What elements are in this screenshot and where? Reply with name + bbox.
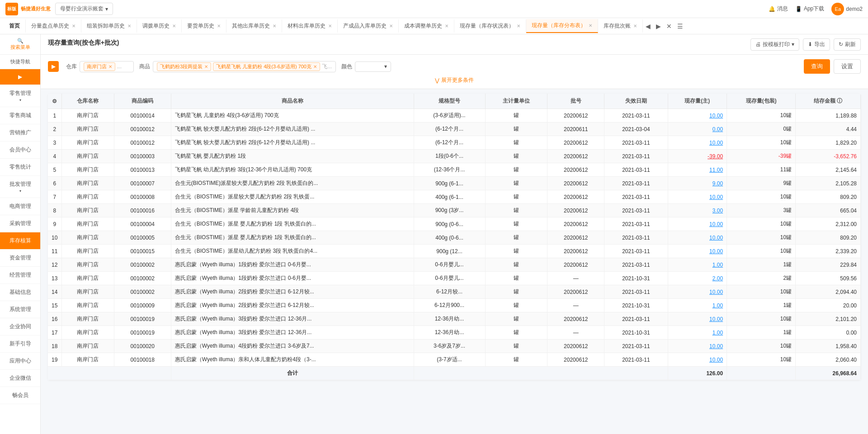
tab-close-3[interactable]: ✕ — [172, 24, 176, 28]
cell-qty-main[interactable]: 10.00 — [668, 340, 727, 353]
sidebar-item-marketing[interactable]: 营销推广 — [0, 124, 40, 142]
tab-close-8[interactable]: ✕ — [445, 24, 448, 28]
col-name: 商品名称 — [171, 94, 414, 109]
sidebar-item-operations[interactable]: 经营管理 — [0, 267, 40, 284]
cell-qty-pack: 9罐 — [727, 177, 796, 190]
cell-qty-main[interactable]: 9.00 — [668, 177, 727, 190]
tab-close-6[interactable]: ✕ — [328, 24, 332, 28]
cell-qty-main[interactable]: 10.00 — [668, 312, 727, 326]
sidebar-item-retail-stats[interactable]: 零售统计 — [0, 159, 40, 176]
product-tag-2-close[interactable]: ✕ — [313, 64, 317, 69]
print-btn[interactable]: 🖨 按模板打印 ▾ — [750, 38, 799, 51]
app-download-btn[interactable]: 📱 App下载 — [795, 5, 824, 13]
tab-menu[interactable]: ☰ — [675, 21, 686, 32]
tab-close-4[interactable]: ✕ — [217, 24, 221, 28]
user-profile[interactable]: Ea demo2 — [831, 3, 863, 15]
query-btn[interactable]: 查询 — [804, 59, 830, 74]
sidebar-item-basic-info[interactable]: 基础信息 — [0, 284, 40, 301]
tab-home[interactable]: 首页 — [4, 19, 26, 33]
cell-qty-pack: 1罐 — [727, 299, 796, 312]
cell-spec: 400g (0-6... — [414, 231, 485, 245]
tab-1[interactable]: 分量盘点单历史 ✕ — [26, 19, 81, 33]
cell-qty-pack: -39罐 — [727, 150, 796, 163]
tab-3[interactable]: 调拨单历史 ✕ — [137, 19, 182, 33]
filter-expand-left[interactable]: ▶ — [48, 61, 59, 72]
cell-qty-main[interactable]: 10.00 — [668, 245, 727, 258]
tab-5[interactable]: 其他出库单历史 ✕ — [226, 19, 282, 33]
color-dropdown[interactable]: ▾ — [355, 61, 391, 72]
tab-2[interactable]: 组装拆卸单历史 ✕ — [81, 19, 137, 33]
setting-btn[interactable]: 设置 — [834, 59, 861, 74]
cell-qty-main[interactable]: 1.00 — [668, 258, 727, 272]
col-settings[interactable]: ⚙ — [48, 94, 61, 109]
sidebar-item-collab[interactable]: 企业协同 — [0, 318, 40, 335]
cell-qty-main[interactable]: 10.00 — [668, 285, 727, 299]
cell-qty-main[interactable]: 10.00 — [668, 190, 727, 204]
tab-close-2[interactable]: ✕ — [127, 24, 131, 28]
expand-more-btn[interactable]: ⋁ 展开更多条件 — [435, 76, 474, 84]
cell-qty-pack: 10罐 — [727, 190, 796, 204]
cell-qty-main[interactable]: 11.00 — [668, 163, 727, 177]
cell-qty-main[interactable]: 0.00 — [668, 123, 727, 136]
tab-close-1[interactable]: ✕ — [72, 24, 75, 28]
warehouse-input[interactable]: 南岸门店 ✕ ... — [80, 61, 134, 72]
sidebar-item-app-center[interactable]: 应用中心 — [0, 353, 40, 370]
cell-qty-main[interactable]: 10.00 — [668, 353, 727, 367]
cell-qty-main[interactable]: -39.00 — [668, 150, 727, 163]
sidebar-item-system[interactable]: 系统管理 — [0, 301, 40, 318]
tab-nav-prev[interactable]: ◀ — [643, 21, 653, 32]
cell-qty-main[interactable]: 10.00 — [668, 109, 727, 123]
sidebar-item-wholesale[interactable]: 批发管理 ▾ — [0, 176, 40, 198]
cell-qty-main[interactable]: 10.00 — [668, 217, 727, 231]
sidebar-item-wechat[interactable]: 企业微信 — [0, 370, 40, 387]
tab-nav-next[interactable]: ▶ — [653, 21, 664, 32]
tab-10[interactable]: 现存量（库存分布表） ✕ — [526, 19, 598, 33]
sidebar-item-member[interactable]: 会员中心 — [0, 142, 40, 159]
sidebar-expand-btn[interactable]: ▶ — [0, 69, 40, 85]
tab-close-9[interactable]: ✕ — [517, 24, 520, 28]
sidebar-menu: ▶ 零售管理 ▾ 零售商城 营销推广 会员中心 零售统计 批发管理 ▾ — [0, 69, 40, 434]
warehouse-tag-close[interactable]: ✕ — [108, 64, 112, 69]
arrow-icon: ▾ — [19, 98, 21, 102]
cell-qty-main[interactable]: 1.00 — [668, 299, 727, 312]
settings-icon[interactable]: ⚙ — [52, 98, 57, 104]
tab-8[interactable]: 成本调整单历史 ✕ — [399, 19, 454, 33]
tab-9[interactable]: 现存量（库存状况表） ✕ — [454, 19, 526, 33]
tab-4[interactable]: 要货单历史 ✕ — [182, 19, 226, 33]
tab-6[interactable]: 材料出库单历史 ✕ — [282, 19, 338, 33]
sidebar-item-retail-mgmt[interactable]: 零售管理 ▾ — [0, 85, 40, 107]
sidebar-quick-nav[interactable]: 快捷导航 — [0, 55, 40, 69]
sidebar-item-member-app[interactable]: 畅会员 — [0, 387, 40, 404]
tab-close-11[interactable]: ✕ — [633, 24, 637, 28]
tab-close-all[interactable]: ✕ — [664, 21, 675, 32]
cell-code: 00100003 — [114, 150, 171, 163]
message-btn[interactable]: 🔔 消息 — [769, 5, 788, 13]
col-amount[interactable]: 结存金额 ⓘ — [796, 94, 861, 109]
sidebar-item-purchase[interactable]: 采购管理 — [0, 215, 40, 232]
cell-qty-main[interactable]: 1.00 — [668, 326, 727, 340]
cell-qty-main[interactable]: 2.00 — [668, 272, 727, 285]
product-input[interactable]: 飞鹤奶粉3段两提装 ✕ 飞鹤星飞帆 儿童奶粉 4段(3-6岁适用) 700克 ✕… — [153, 61, 336, 72]
tab-11[interactable]: 库存批次账 ✕ — [598, 19, 643, 33]
tab-close-5[interactable]: ✕ — [273, 24, 276, 28]
account-selector[interactable]: 母婴行业演示账套 ▾ — [55, 3, 113, 15]
sidebar-item-guide[interactable]: 新手引导 — [0, 335, 40, 353]
sidebar-item-retail-mall[interactable]: 零售商城 — [0, 107, 40, 124]
export-btn[interactable]: ⬇ 导出 — [803, 38, 830, 51]
filter-toggle-btn[interactable]: ▶ — [48, 61, 59, 72]
cell-qty-main[interactable]: 10.00 — [668, 136, 727, 150]
cell-code: 00100013 — [114, 163, 171, 177]
footer-label — [48, 367, 171, 380]
sidebar-item-inventory[interactable]: 库存核算 — [0, 232, 40, 250]
cell-warehouse: 南岸门店 — [61, 204, 114, 217]
tab-7[interactable]: 产成品入库单历史 ✕ — [338, 19, 399, 33]
refresh-btn[interactable]: ↻ 刷新 — [834, 38, 861, 51]
cell-qty-main[interactable]: 10.00 — [668, 231, 727, 245]
sidebar-search[interactable]: 🔍 搜索菜单 — [0, 34, 40, 55]
sidebar-item-ecommerce[interactable]: 电商管理 — [0, 198, 40, 215]
sidebar-item-finance[interactable]: 资金管理 — [0, 250, 40, 267]
cell-qty-main[interactable]: 3.00 — [668, 204, 727, 217]
tab-close-7[interactable]: ✕ — [389, 24, 393, 28]
tab-close-10[interactable]: ✕ — [589, 23, 592, 28]
product-tag-1-close[interactable]: ✕ — [204, 64, 208, 69]
